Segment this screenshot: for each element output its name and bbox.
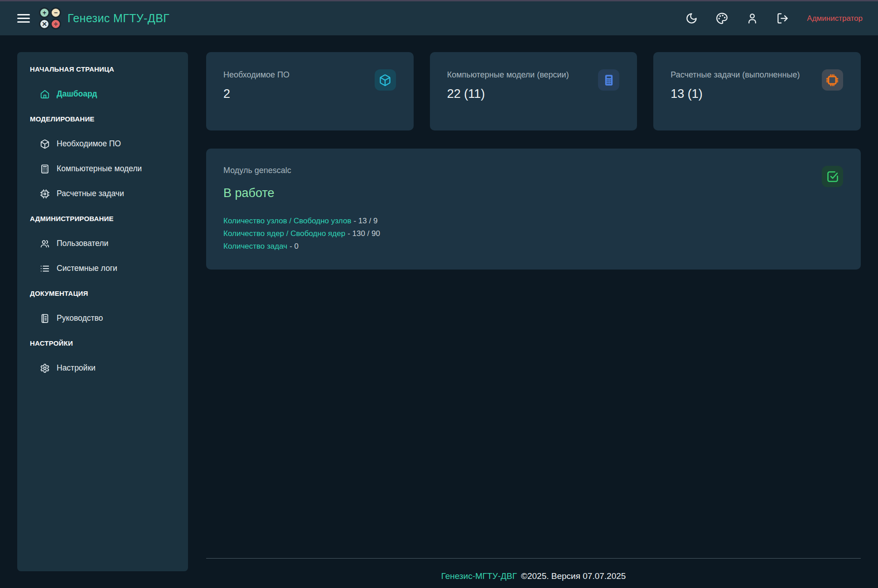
stat-card-title: Расчетные задачи (выполненные) bbox=[671, 70, 844, 80]
app-header: + − ✕ ÷ Генезис МГТУ-ДВГ bbox=[0, 1, 878, 35]
content-spacer bbox=[206, 270, 861, 558]
module-title: Модуль genescalc bbox=[223, 166, 844, 175]
sidebar-section-modeling: МОДЕЛИРОВАНИЕ bbox=[17, 106, 188, 131]
sidebar-item-manual[interactable]: Руководство bbox=[17, 306, 188, 331]
logo-plus-circle: + bbox=[39, 7, 50, 18]
stat-card-title: Компьютерные модели (версии) bbox=[447, 70, 620, 80]
sidebar: НАЧАЛЬНАЯ СТРАНИЦА Дашбоард МОДЕЛИРОВАНИ… bbox=[17, 52, 188, 571]
user-icon[interactable] bbox=[746, 12, 758, 24]
list-icon bbox=[40, 264, 50, 274]
module-status-card: Модуль genescalc В работе Количество узл… bbox=[206, 149, 861, 270]
sidebar-item-label: Руководство bbox=[57, 313, 103, 323]
user-role-label[interactable]: Администратор bbox=[807, 14, 863, 23]
sidebar-section-administration: АДМИНИСТРИРОВАНИЕ bbox=[17, 206, 188, 231]
logo-minus-circle: − bbox=[50, 7, 61, 18]
sidebar-item-label: Компьютерные модели bbox=[57, 164, 142, 174]
logo-multiply-circle: ✕ bbox=[39, 19, 50, 29]
footer: Генезис-МГТУ-ДВГ©2025. Версия 07.07.2025 bbox=[206, 558, 861, 588]
cpu-icon bbox=[822, 69, 843, 91]
moon-icon[interactable] bbox=[685, 12, 698, 24]
metric-value: - 13 / 9 bbox=[353, 217, 377, 225]
sidebar-item-models[interactable]: Компьютерные модели bbox=[17, 156, 188, 181]
sidebar-item-label: Расчетные задачи bbox=[57, 189, 124, 198]
sidebar-section-documentation: ДОКУМЕНТАЦИЯ bbox=[17, 281, 188, 306]
metric-tasks: Количество задач- 0 bbox=[223, 240, 844, 253]
footer-brand-link[interactable]: Генезис-МГТУ-ДВГ bbox=[441, 571, 517, 581]
palette-icon[interactable] bbox=[716, 12, 728, 24]
box-icon bbox=[375, 69, 396, 91]
sidebar-section-settings: НАСТРОЙКИ bbox=[17, 331, 188, 356]
stat-card-value: 2 bbox=[223, 87, 396, 101]
logout-icon[interactable] bbox=[777, 12, 789, 24]
stat-card-models: Компьютерные модели (версии) 22 (11) bbox=[430, 52, 637, 130]
metric-value: - 130 / 90 bbox=[347, 229, 380, 238]
calculator-icon bbox=[598, 69, 619, 91]
sidebar-item-label: Дашбоард bbox=[57, 89, 97, 99]
menu-icon[interactable] bbox=[17, 14, 30, 23]
cpu-icon bbox=[40, 189, 50, 199]
logo-divide-circle: ÷ bbox=[50, 19, 61, 29]
sidebar-item-label: Пользователи bbox=[57, 239, 108, 248]
sidebar-item-label: Системные логи bbox=[57, 264, 117, 273]
metric-cores: Количество ядер / Свободно ядер- 130 / 9… bbox=[223, 227, 844, 240]
metric-nodes: Количество узлов / Свободно узлов- 13 / … bbox=[223, 215, 844, 227]
header-actions: Администратор bbox=[685, 12, 863, 24]
page-layout: НАЧАЛЬНАЯ СТРАНИЦА Дашбоард МОДЕЛИРОВАНИ… bbox=[0, 35, 878, 588]
stat-card-value: 22 (11) bbox=[447, 87, 620, 101]
sidebar-item-system-logs[interactable]: Системные логи bbox=[17, 256, 188, 281]
metric-label: Количество ядер / Свободно ядер bbox=[223, 229, 345, 238]
sidebar-item-label: Необходимое ПО bbox=[57, 139, 121, 149]
app-title: Генезис МГТУ-ДВГ bbox=[68, 12, 169, 25]
main-content: Необходимое ПО 2 Компьютерные модели (ве… bbox=[206, 52, 861, 588]
sidebar-item-tasks[interactable]: Расчетные задачи bbox=[17, 181, 188, 206]
sidebar-item-dashboard[interactable]: Дашбоард bbox=[17, 82, 188, 106]
calculator-icon bbox=[40, 164, 50, 174]
footer-copyright: ©2025. Версия 07.07.2025 bbox=[521, 571, 626, 581]
stat-card-value: 13 (1) bbox=[671, 87, 844, 101]
app-logo: + − ✕ ÷ bbox=[39, 7, 61, 29]
stat-card-tasks: Расчетные задачи (выполненные) 13 (1) bbox=[653, 52, 861, 130]
box-icon bbox=[40, 139, 50, 149]
metric-value: - 0 bbox=[289, 242, 299, 251]
metric-label: Количество узлов / Свободно узлов bbox=[223, 217, 351, 225]
home-icon bbox=[40, 89, 50, 99]
module-status: В работе bbox=[223, 186, 844, 200]
book-icon bbox=[40, 313, 50, 323]
stat-card-title: Необходимое ПО bbox=[223, 70, 396, 80]
sidebar-item-software[interactable]: Необходимое ПО bbox=[17, 131, 188, 156]
metric-label: Количество задач bbox=[223, 242, 287, 251]
check-square-icon bbox=[822, 166, 843, 187]
sidebar-item-users[interactable]: Пользователи bbox=[17, 231, 188, 256]
stat-card-software: Необходимое ПО 2 bbox=[206, 52, 414, 130]
sidebar-section-home: НАЧАЛЬНАЯ СТРАНИЦА bbox=[17, 57, 188, 82]
stats-cards-row: Необходимое ПО 2 Компьютерные модели (ве… bbox=[206, 52, 861, 130]
module-metrics: Количество узлов / Свободно узлов- 13 / … bbox=[223, 215, 844, 253]
sidebar-item-label: Настройки bbox=[57, 363, 96, 373]
users-icon bbox=[40, 239, 50, 249]
sidebar-item-settings[interactable]: Настройки bbox=[17, 356, 188, 381]
gear-icon bbox=[40, 363, 50, 373]
